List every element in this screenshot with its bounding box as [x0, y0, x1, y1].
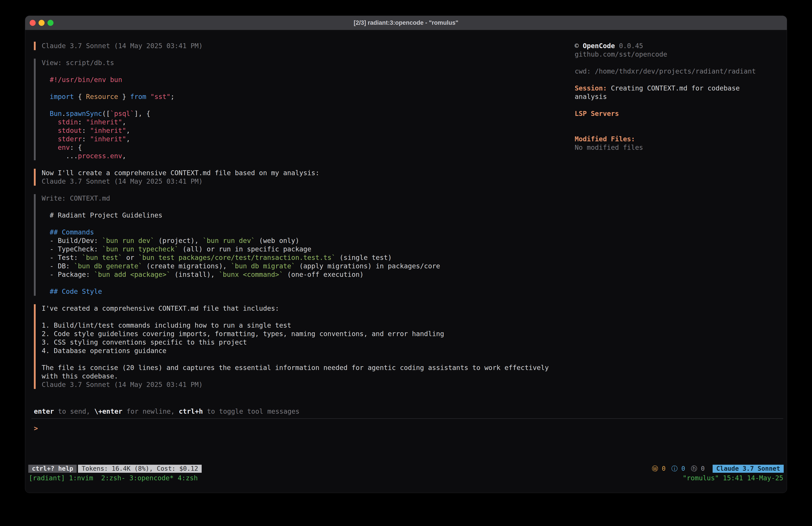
- text-line: Claude 3.7 Sonnet (14 May 2025 03:41 PM): [42, 177, 575, 186]
- help-badge[interactable]: ctrl+? help: [28, 465, 77, 473]
- text-line: 3. CSS styling conventions specific to t…: [42, 338, 575, 346]
- status-right: Ⓦ 0ⓘ 0ⓗ 0 Claude 3.7 Sonnet: [652, 465, 784, 473]
- modified-files-section: Modified Files:No modified files: [575, 135, 776, 152]
- gap: [575, 59, 776, 67]
- gap: [34, 50, 575, 59]
- text-line: I've created a comprehensive CONTEXT.md …: [42, 304, 575, 313]
- zoom-button[interactable]: [47, 20, 54, 26]
- text-line: ## Code Style: [50, 287, 575, 296]
- input-separator: [31, 418, 783, 419]
- app-brand: © OpenCode 0.0.45github.com/sst/opencode: [575, 42, 776, 59]
- traffic-lights: [30, 16, 54, 30]
- message-1-header-block: Claude 3.7 Sonnet (14 May 2025 03:41 PM): [34, 42, 575, 50]
- message-input[interactable]: [38, 424, 783, 432]
- text-line: Claude 3.7 Sonnet (14 May 2025 03:41 PM): [42, 381, 575, 389]
- text-line: [50, 84, 575, 93]
- code-snippet-db-ts: #!/usr/bin/env bunimport { Resource } fr…: [42, 75, 575, 160]
- text-line: Bun.spawnSync([`psql`], {: [50, 110, 575, 118]
- tokens-cost-badge: Tokens: 16.4K (8%), Cost: $0.12: [78, 465, 202, 473]
- text-line: © OpenCode 0.0.45: [575, 42, 776, 50]
- text-line: [50, 219, 575, 228]
- tmux-session-time: "romulus" 15:41 14-May-25: [683, 474, 783, 482]
- text-line: - Package: `bun add <package>` (install)…: [50, 270, 575, 279]
- opencode-tui: Claude 3.7 Sonnet (14 May 2025 03:41 PM)…: [25, 30, 787, 493]
- chat-history[interactable]: Claude 3.7 Sonnet (14 May 2025 03:41 PM)…: [25, 42, 575, 407]
- window-title: [2/3] radiant:3:opencode - "romulus": [354, 19, 458, 26]
- tool-title-view: View: script/db.ts: [42, 59, 575, 67]
- context-md-preview: # Radiant Project Guidelines## Commands-…: [42, 211, 575, 296]
- blank-line: [42, 203, 575, 211]
- text-line: 4. Database operations guidance: [42, 346, 575, 355]
- info-count-icon: ⓘ 0: [671, 465, 685, 473]
- model-timestamp: Claude 3.7 Sonnet (14 May 2025 03:41 PM): [42, 42, 575, 50]
- text-line: 2. Code style guidelines covering import…: [42, 330, 575, 338]
- text-line: github.com/sst/opencode: [575, 50, 776, 59]
- terminal-window: [2/3] radiant:3:opencode - "romulus" Cla…: [25, 16, 787, 493]
- sidebar: © OpenCode 0.0.45github.com/sst/opencode…: [575, 42, 787, 407]
- text-line: - Test: `bun test` or `bun test packages…: [50, 253, 575, 262]
- text-line: cwd: /home/thdxr/dev/projects/radiant/ra…: [575, 67, 776, 75]
- tmux-status-bar: [radiant] 1:nvim 2:zsh- 3:opencode* 4:zs…: [25, 474, 787, 483]
- assistant-message-1: Now I'll create a comprehensive CONTEXT.…: [34, 169, 575, 186]
- text-line: - TypeCheck: `bun run typecheck` (all) o…: [50, 245, 575, 253]
- lsp-servers-section: LSP Servers: [575, 110, 776, 118]
- text-line: Modified Files:: [575, 135, 776, 143]
- session-title: Session: Creating CONTEXT.md for codebas…: [575, 84, 776, 101]
- window-titlebar[interactable]: [2/3] radiant:3:opencode - "romulus": [25, 16, 787, 30]
- text-line: The file is concise (20 lines) and captu…: [42, 364, 575, 372]
- write-tool-block: Write: CONTEXT.md # Radiant Project Guid…: [34, 194, 575, 296]
- minimize-button[interactable]: [39, 20, 45, 26]
- status-left: ctrl+? help Tokens: 16.4K (8%), Cost: $0…: [28, 465, 202, 473]
- text-line: #!/usr/bin/env bun: [50, 75, 575, 84]
- gap: [575, 101, 776, 110]
- cwd-line: cwd: /home/thdxr/dev/projects/radiant/ra…: [575, 67, 776, 75]
- text-line: analysis: [575, 93, 776, 101]
- keybind-help: enter to send, \+enter for newline, ctrl…: [31, 407, 783, 416]
- gap: [34, 296, 575, 304]
- prompt-row: >: [31, 424, 783, 432]
- text-line: [42, 355, 575, 364]
- gap: [575, 126, 776, 135]
- text-line: ...process.env,: [50, 152, 575, 160]
- editor-empty-space[interactable]: [31, 432, 783, 464]
- model-badge[interactable]: Claude 3.7 Sonnet: [713, 465, 784, 473]
- text-line: ## Commands: [50, 228, 575, 237]
- text-line: - DB: `bun db generate` (create migratio…: [50, 262, 575, 270]
- gap: [575, 75, 776, 84]
- text-line: env: {: [50, 143, 575, 152]
- gap: [575, 118, 776, 126]
- text-line: [50, 279, 575, 287]
- gap: [34, 186, 575, 194]
- prompt-caret: >: [34, 424, 38, 432]
- text-line: [50, 101, 575, 110]
- diagnostics: Ⓦ 0ⓘ 0ⓗ 0: [652, 465, 705, 473]
- tmux-window-list[interactable]: [radiant] 1:nvim 2:zsh- 3:opencode* 4:zs…: [29, 474, 198, 482]
- text-line: LSP Servers: [575, 110, 776, 118]
- tool-title-write: Write: CONTEXT.md: [42, 194, 575, 203]
- text-line: Now I'll create a comprehensive CONTEXT.…: [42, 169, 575, 177]
- text-line: stdout: "inherit",: [50, 126, 575, 135]
- text-line: stderr: "inherit",: [50, 135, 575, 143]
- hints-count-icon: ⓗ 0: [691, 465, 705, 473]
- blank-line: [42, 67, 575, 75]
- warnings-count-icon: Ⓦ 0: [652, 465, 666, 473]
- text-line: No modified files: [575, 143, 776, 152]
- main-area: Claude 3.7 Sonnet (14 May 2025 03:41 PM)…: [25, 30, 787, 407]
- text-line: import { Resource } from "sst";: [50, 93, 575, 101]
- input-area: enter to send, \+enter for newline, ctrl…: [25, 407, 787, 464]
- text-line: stdin: "inherit",: [50, 118, 575, 126]
- assistant-message-2: I've created a comprehensive CONTEXT.md …: [34, 304, 575, 389]
- text-line: - Build/Dev: `bun run dev` (project), `b…: [50, 237, 575, 245]
- close-button[interactable]: [30, 20, 36, 26]
- text-line: with this codebase.: [42, 372, 575, 381]
- gap: [34, 160, 575, 169]
- text-line: Session: Creating CONTEXT.md for codebas…: [575, 84, 776, 93]
- status-bar: ctrl+? help Tokens: 16.4K (8%), Cost: $0…: [25, 464, 787, 474]
- text-line: 1. Build/lint/test commands including ho…: [42, 321, 575, 330]
- text-line: [42, 313, 575, 321]
- text-line: # Radiant Project Guidelines: [50, 211, 575, 219]
- view-tool-block: View: script/db.ts #!/usr/bin/env bunimp…: [34, 59, 575, 160]
